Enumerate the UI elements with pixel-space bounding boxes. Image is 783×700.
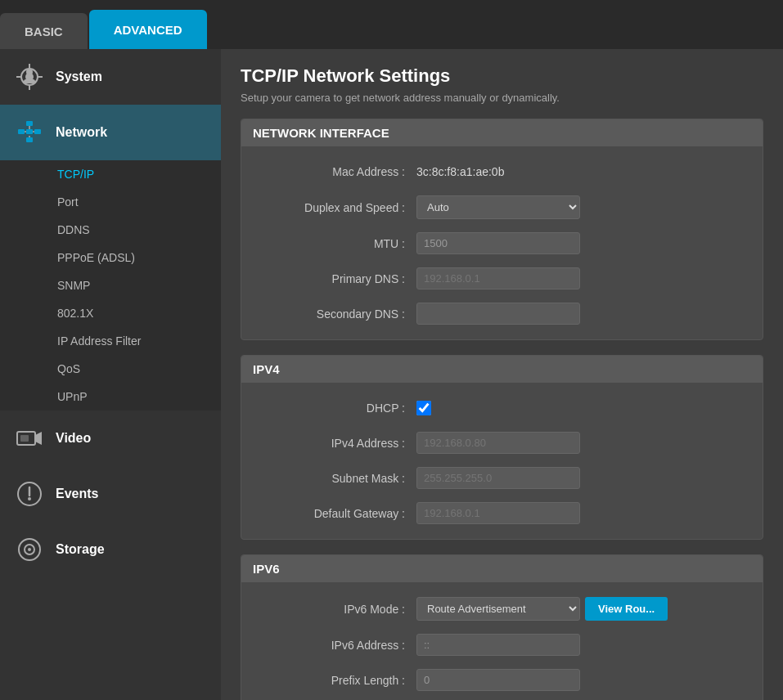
network-interface-section: NETWORK INTERFACE Mac Address : 3c:8c:f8…: [241, 119, 763, 340]
secondary-dns-input[interactable]: [416, 303, 580, 325]
svg-rect-8: [26, 121, 33, 126]
ipv4-address-row: IPv4 Address :: [241, 425, 763, 460]
sidebar-item-events[interactable]: Events: [0, 466, 221, 522]
mtu-label: MTU :: [253, 237, 416, 250]
submenu-pppoe[interactable]: PPPoE (ADSL): [0, 244, 221, 271]
primary-dns-label: Primary DNS :: [253, 272, 416, 285]
primary-dns-row: Primary DNS :: [241, 261, 763, 296]
svg-marker-17: [35, 432, 42, 445]
svg-point-21: [28, 497, 31, 500]
page-title: TCP/IP Network Settings: [241, 65, 763, 87]
duplex-speed-select[interactable]: Auto: [416, 195, 580, 219]
ipv4-address-label: IPv4 Address :: [253, 437, 416, 450]
svg-rect-7: [18, 129, 25, 134]
svg-rect-15: [26, 129, 33, 134]
prefix-length-label: Prefix Length :: [253, 674, 416, 687]
ipv6-header: IPV6: [241, 555, 763, 582]
svg-point-6: [26, 69, 33, 75]
secondary-dns-label: Secondary DNS :: [253, 307, 416, 321]
tab-basic[interactable]: BASIC: [0, 13, 88, 49]
sidebar-item-events-label: Events: [56, 487, 98, 501]
mac-address-row: Mac Address : 3c:8c:f8:a1:ae:0b: [241, 155, 763, 189]
dhcp-row: DHCP :: [241, 391, 763, 425]
ipv4-header: IPV4: [241, 356, 763, 383]
ipv4-gateway-label: Default Gateway :: [253, 507, 416, 520]
ipv6-address-input[interactable]: [416, 634, 580, 656]
ipv6-address-row: IPv6 Address :: [241, 627, 763, 662]
sidebar-item-network-label: Network: [56, 125, 107, 140]
system-icon: [13, 61, 46, 93]
sidebar-item-network[interactable]: Network: [0, 105, 221, 160]
sidebar-item-storage[interactable]: Storage: [0, 522, 221, 577]
events-icon: [13, 478, 46, 510]
network-interface-header: NETWORK INTERFACE: [241, 119, 763, 146]
svg-rect-10: [26, 137, 33, 142]
sidebar: System Networ: [0, 49, 221, 700]
prefix-length-input[interactable]: [416, 669, 580, 691]
sidebar-item-system[interactable]: System: [0, 49, 221, 105]
mtu-row: MTU :: [241, 226, 763, 261]
submenu-port[interactable]: Port: [0, 188, 221, 216]
sidebar-item-video[interactable]: Video: [0, 411, 221, 466]
svg-point-24: [28, 548, 31, 551]
ipv4-address-input[interactable]: [416, 432, 580, 454]
ipv4-section: IPV4 DHCP : IPv4 Address : Subnet Mask :: [241, 355, 763, 540]
dhcp-label: DHCP :: [253, 402, 416, 415]
subnet-mask-label: Subnet Mask :: [253, 472, 416, 485]
ipv6-body: IPv6 Mode : Route Advertisement View Rou…: [241, 582, 763, 700]
svg-rect-18: [20, 435, 29, 442]
mac-address-label: Mac Address :: [253, 165, 416, 178]
view-route-button[interactable]: View Rou...: [585, 597, 668, 621]
network-submenu: TCP/IP Port DDNS PPPoE (ADSL) SNMP 802.1…: [0, 160, 221, 411]
duplex-speed-row: Duplex and Speed : Auto: [241, 189, 763, 226]
network-interface-body: Mac Address : 3c:8c:f8:a1:ae:0b Duplex a…: [241, 146, 763, 339]
ipv6-section: IPV6 IPv6 Mode : Route Advertisement Vie…: [241, 554, 763, 700]
subnet-mask-input[interactable]: [416, 467, 580, 489]
ipv6-mode-select[interactable]: Route Advertisement: [416, 597, 580, 621]
sidebar-item-storage-label: Storage: [56, 542, 105, 557]
ipv6-mode-label: IPv6 Mode :: [253, 603, 416, 616]
duplex-speed-label: Duplex and Speed :: [253, 201, 416, 214]
mac-address-value: 3c:8c:f8:a1:ae:0b: [416, 165, 504, 178]
content-area: TCP/IP Network Settings Setup your camer…: [221, 49, 783, 700]
dhcp-checkbox[interactable]: [416, 401, 431, 415]
submenu-upnp[interactable]: UPnP: [0, 383, 221, 411]
ipv6-mode-row: IPv6 Mode : Route Advertisement View Rou…: [241, 590, 763, 627]
primary-dns-input[interactable]: [416, 267, 580, 289]
submenu-tcpip[interactable]: TCP/IP: [0, 160, 221, 188]
mtu-input[interactable]: [416, 232, 580, 254]
submenu-ipfilter[interactable]: IP Address Filter: [0, 327, 221, 355]
sidebar-item-system-label: System: [56, 70, 102, 84]
submenu-ddns[interactable]: DDNS: [0, 216, 221, 244]
prefix-length-row: Prefix Length :: [241, 662, 763, 698]
page-subtitle: Setup your camera to get network address…: [241, 92, 763, 104]
ipv6-address-label: IPv6 Address :: [253, 639, 416, 652]
ipv4-body: DHCP : IPv4 Address : Subnet Mask : Defa…: [241, 383, 763, 539]
video-icon: [13, 422, 46, 455]
tab-advanced[interactable]: ADVANCED: [89, 10, 207, 49]
secondary-dns-row: Secondary DNS :: [241, 296, 763, 331]
network-icon: [13, 116, 46, 149]
ipv4-gateway-input[interactable]: [416, 502, 580, 524]
submenu-qos[interactable]: QoS: [0, 355, 221, 383]
subnet-mask-row: Subnet Mask :: [241, 460, 763, 496]
sidebar-item-video-label: Video: [56, 431, 91, 446]
ipv4-gateway-row: Default Gateway :: [241, 496, 763, 531]
submenu-snmp[interactable]: SNMP: [0, 271, 221, 299]
svg-rect-9: [34, 129, 41, 134]
submenu-8021x[interactable]: 802.1X: [0, 299, 221, 327]
storage-icon: [13, 533, 46, 566]
